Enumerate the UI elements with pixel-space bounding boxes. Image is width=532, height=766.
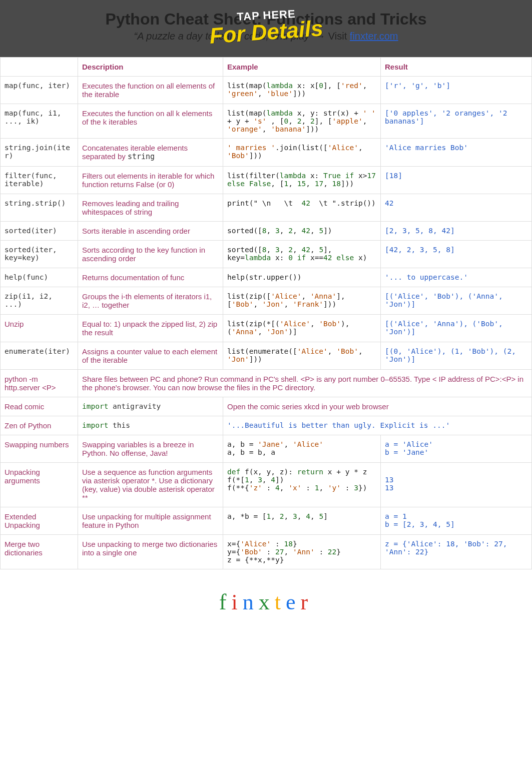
cell-result: ['0 apples', '2 oranges', '2 bananas']	[381, 104, 532, 139]
cell-example: help(str.upper())	[223, 268, 381, 287]
cell-function: Extended Unpacking	[1, 507, 78, 535]
cell-function: sorted(iter)	[1, 222, 78, 241]
cell-example: a, b = 'Jane', 'Alice' a, b = b, a	[223, 435, 381, 463]
cell-description: Use unpacking for multiple assignment fe…	[78, 507, 223, 535]
cell-function: zip(i1, i2, ...)	[1, 287, 78, 315]
arrow: →	[315, 31, 325, 42]
table-row: sorted(iter)Sorts iterable in ascending …	[1, 222, 532, 241]
cell-result: [('Alice', 'Anna'), ('Bob', 'Jon')]	[381, 315, 532, 342]
cell-function: map(func, i1, ..., ik)	[1, 104, 78, 139]
cell-description: Executes the function on all k elements …	[78, 104, 223, 139]
cell-result: ['r', 'g', 'b']	[381, 77, 532, 104]
cell-example: sorted([8, 3, 2, 42, 5], key=lambda x: 0…	[223, 241, 381, 268]
table-row: Unpacking argumentsUse a sequence as fun…	[1, 463, 532, 507]
cell-function: Unzip	[1, 315, 78, 342]
table-row: sorted(iter, key=key)Sorts according to …	[1, 241, 532, 268]
table-row: Extended UnpackingUse unpacking for mult…	[1, 507, 532, 535]
cell-description-span: Share files between PC and phone? Run co…	[78, 370, 532, 397]
table-row: zip(i1, i2, ...)Groups the i-th elements…	[1, 287, 532, 315]
cell-description: Sorts iterable in ascending order	[78, 222, 223, 241]
cell-description: Swapping variables is a breeze in Python…	[78, 435, 223, 463]
cell-function: string.join(iter)	[1, 139, 78, 167]
cell-result: [('Alice', 'Bob'), ('Anna', 'Jon')]	[381, 287, 532, 315]
finxter-logo: finxter	[0, 589, 532, 615]
table-row: enumerate(iter)Assigns a counter value t…	[1, 342, 532, 370]
cell-result: a = 1 b = [2, 3, 4, 5]	[381, 507, 532, 535]
cell-example: list(filter(lambda x: True if x>17 else …	[223, 167, 381, 194]
table-row: map(func, i1, ..., ik)Executes the funct…	[1, 104, 532, 139]
cell-function: map(func, iter)	[1, 77, 78, 104]
cell-result: 'Alice marries Bob'	[381, 139, 532, 167]
visit-label: Visit	[328, 31, 347, 42]
cell-result: 42	[381, 194, 532, 222]
cell-description: Filters out elements in iterable for whi…	[78, 167, 223, 194]
col-result: Result	[381, 58, 532, 77]
cell-description: Assigns a counter value to each element …	[78, 342, 223, 370]
table-row: Zen of Pythonimport this'...Beautiful is…	[1, 416, 532, 435]
table-row: string.join(iter)Concatenates iterable e…	[1, 139, 532, 167]
col-func	[1, 58, 78, 77]
cell-example: x={'Alice' : 18} y={'Bob' : 27, 'Ann' : …	[223, 535, 381, 569]
cell-description: Groups the i-th elements of iterators i1…	[78, 287, 223, 315]
table-row: string.strip()Removes leading and traili…	[1, 194, 532, 222]
cell-example: list(zip(['Alice', 'Anna'], ['Bob', 'Jon…	[223, 287, 381, 315]
table-row: Read comicimport antigravityOpen the com…	[1, 397, 532, 416]
cell-description: Equal to: 1) unpack the zipped list, 2) …	[78, 315, 223, 342]
table-row: help(func)Returns documentation of funch…	[1, 268, 532, 287]
table-row: Swapping numbersSwapping variables is a …	[1, 435, 532, 463]
header: Python Cheat Sheet: Functions and Tricks…	[0, 0, 532, 57]
table-row: UnzipEqual to: 1) unpack the zipped list…	[1, 315, 532, 342]
cell-example: list(zip(*[('Alice', 'Bob'), ('Anna', 'J…	[223, 315, 381, 342]
cell-description: Use a sequence as function arguments via…	[78, 463, 223, 507]
cell-description: Concatenates iterable elements separated…	[78, 139, 223, 167]
cell-function: Merge two dictionaries	[1, 535, 78, 569]
page-title: Python Cheat Sheet: Functions and Tricks	[0, 10, 532, 29]
quote: “A puzzle a day to learn, code, and play…	[134, 31, 312, 42]
cell-function: sorted(iter, key=key)	[1, 241, 78, 268]
cell-description: Returns documentation of func	[78, 268, 223, 287]
col-description: Description	[78, 58, 223, 77]
cell-example-desc: Open the comic series xkcd in your web b…	[223, 397, 532, 416]
cell-function: Swapping numbers	[1, 435, 78, 463]
cell-function: Read comic	[1, 397, 78, 416]
cell-function: enumerate(iter)	[1, 342, 78, 370]
cell-example-code: import this	[78, 416, 223, 435]
cell-example: list(enumerate(['Alice', 'Bob', 'Jon']))	[223, 342, 381, 370]
cell-result: a = 'Alice' b = 'Jane'	[381, 435, 532, 463]
table-row: filter(func, iterable)Filters out elemen…	[1, 167, 532, 194]
cell-example-code: import antigravity	[78, 397, 223, 416]
cell-example: a, *b = [1, 2, 3, 4, 5]	[223, 507, 381, 535]
finxter-link[interactable]: finxter.com	[350, 31, 398, 42]
col-example: Example	[223, 58, 381, 77]
cell-description: Removes leading and trailing whitespaces…	[78, 194, 223, 222]
cell-description: Use unpacking to merge two dictionaries …	[78, 535, 223, 569]
cell-result: 13 13	[381, 463, 532, 507]
cell-function: Zen of Python	[1, 416, 78, 435]
cell-example: def f(x, y, z): return x + y * z f(*[1, …	[223, 463, 381, 507]
table-row: map(func, iter)Executes the function on …	[1, 77, 532, 104]
cell-description: Sorts according to the key function in a…	[78, 241, 223, 268]
cell-result: [(0, 'Alice'), (1, 'Bob'), (2, 'Jon')]	[381, 342, 532, 370]
cheatsheet-table: Description Example Result map(func, ite…	[0, 57, 532, 569]
cell-result: '... to uppercase.'	[381, 268, 532, 287]
cell-result: '...Beautiful is better than ugly. Expli…	[223, 416, 532, 435]
table-row: python -m http.server <P>Share files bet…	[1, 370, 532, 397]
cell-example: sorted([8, 3, 2, 42, 5])	[223, 222, 381, 241]
cell-example: list(map(lambda x: x[0], ['red', 'green'…	[223, 77, 381, 104]
cell-function: filter(func, iterable)	[1, 167, 78, 194]
cell-result: [2, 3, 5, 8, 42]	[381, 222, 532, 241]
table-body: map(func, iter)Executes the function on …	[1, 77, 532, 569]
cell-example: list(map(lambda x, y: str(x) + ' ' + y +…	[223, 104, 381, 139]
cell-function: help(func)	[1, 268, 78, 287]
subtitle: “A puzzle a day to learn, code, and play…	[0, 31, 532, 42]
table-header-row: Description Example Result	[1, 58, 532, 77]
cell-function: string.strip()	[1, 194, 78, 222]
cell-result: [42, 2, 3, 5, 8]	[381, 241, 532, 268]
cell-function: python -m http.server <P>	[1, 370, 78, 397]
cell-description: Executes the function on all elements of…	[78, 77, 223, 104]
cell-result: z = {'Alice': 18, 'Bob': 27, 'Ann': 22}	[381, 535, 532, 569]
cell-function: Unpacking arguments	[1, 463, 78, 507]
cell-example: print(" \n \t 42 \t ".strip())	[223, 194, 381, 222]
table-row: Merge two dictionariesUse unpacking to m…	[1, 535, 532, 569]
footer: finxter	[0, 569, 532, 645]
